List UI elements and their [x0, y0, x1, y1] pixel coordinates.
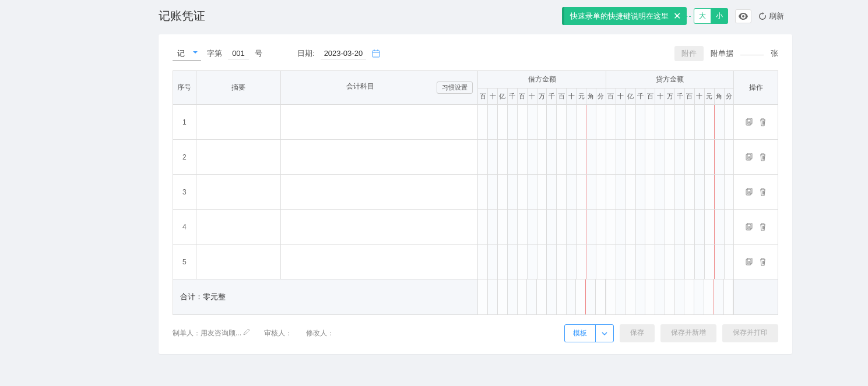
amount-cell[interactable] [537, 175, 547, 210]
edit-maker-icon[interactable] [243, 329, 250, 337]
amount-cell[interactable] [567, 245, 577, 279]
amount-cell[interactable] [488, 140, 498, 175]
amount-cell[interactable] [665, 210, 675, 245]
copy-icon[interactable] [745, 188, 753, 196]
summary-cell[interactable] [196, 175, 281, 210]
amount-cell[interactable] [635, 210, 645, 245]
amount-cell[interactable] [596, 140, 606, 175]
amount-cell[interactable] [704, 140, 714, 175]
amount-cell[interactable] [596, 245, 606, 279]
amount-cell[interactable] [488, 210, 498, 245]
delete-icon[interactable] [759, 223, 767, 231]
amount-cell[interactable] [704, 245, 714, 279]
summary-input[interactable] [196, 105, 281, 128]
amount-cell[interactable] [645, 210, 655, 245]
amount-cell[interactable] [684, 245, 694, 279]
date-input[interactable]: 2023-03-20 [321, 48, 367, 59]
amount-cell[interactable] [655, 105, 665, 140]
amount-cell[interactable] [704, 105, 714, 140]
amount-cell[interactable] [517, 105, 527, 140]
amount-cell[interactable] [478, 140, 488, 175]
amount-cell[interactable] [616, 210, 625, 245]
amount-cell[interactable] [665, 245, 675, 279]
size-large-button[interactable]: 大 [694, 8, 711, 24]
amount-cell[interactable] [567, 210, 577, 245]
amount-cell[interactable] [586, 175, 596, 210]
amount-cell[interactable] [547, 245, 557, 279]
amount-cell[interactable] [675, 105, 685, 140]
amount-cell[interactable] [596, 175, 606, 210]
amount-cell[interactable] [724, 105, 734, 140]
amount-cell[interactable] [507, 210, 517, 245]
amount-cell[interactable] [665, 140, 675, 175]
amount-cell[interactable] [586, 105, 596, 140]
amount-cell[interactable] [635, 105, 645, 140]
amount-cell[interactable] [507, 245, 517, 279]
amount-cell[interactable] [704, 210, 714, 245]
amount-cell[interactable] [527, 210, 537, 245]
amount-cell[interactable] [547, 175, 557, 210]
amount-cell[interactable] [694, 245, 704, 279]
summary-cell[interactable] [196, 210, 281, 245]
delete-icon[interactable] [759, 118, 767, 126]
amount-cell[interactable] [596, 210, 606, 245]
subject-cell[interactable] [281, 245, 478, 279]
amount-cell[interactable] [724, 210, 734, 245]
amount-cell[interactable] [684, 105, 694, 140]
preview-button[interactable] [735, 9, 751, 23]
amount-cell[interactable] [655, 245, 665, 279]
amount-cell[interactable] [517, 245, 527, 279]
amount-cell[interactable] [675, 175, 685, 210]
amount-cell[interactable] [488, 245, 498, 279]
amount-cell[interactable] [684, 210, 694, 245]
amount-cell[interactable] [694, 105, 704, 140]
amount-cell[interactable] [596, 105, 606, 140]
subject-cell[interactable] [281, 140, 478, 175]
attach-count-input[interactable] [740, 52, 764, 55]
subject-cell[interactable] [281, 210, 478, 245]
amount-cell[interactable] [655, 210, 665, 245]
delete-icon[interactable] [759, 258, 767, 266]
amount-cell[interactable] [478, 210, 488, 245]
amount-cell[interactable] [694, 210, 704, 245]
amount-cell[interactable] [498, 105, 508, 140]
amount-cell[interactable] [684, 175, 694, 210]
amount-cell[interactable] [478, 245, 488, 279]
amount-cell[interactable] [557, 105, 567, 140]
chevron-down-icon[interactable] [595, 325, 613, 342]
amount-cell[interactable] [625, 175, 635, 210]
amount-cell[interactable] [714, 105, 724, 140]
amount-cell[interactable] [675, 245, 685, 279]
amount-cell[interactable] [625, 140, 635, 175]
delete-icon[interactable] [759, 153, 767, 161]
amount-cell[interactable] [498, 140, 508, 175]
copy-icon[interactable] [745, 153, 753, 161]
summary-cell[interactable] [196, 140, 281, 175]
amount-cell[interactable] [724, 175, 734, 210]
amount-cell[interactable] [488, 175, 498, 210]
amount-cell[interactable] [547, 105, 557, 140]
voucher-type-select[interactable]: 记 [173, 47, 201, 61]
amount-cell[interactable] [527, 245, 537, 279]
amount-cell[interactable] [478, 105, 488, 140]
amount-cell[interactable] [616, 175, 625, 210]
refresh-button[interactable]: 刷新 [758, 11, 784, 22]
amount-cell[interactable] [655, 175, 665, 210]
amount-cell[interactable] [537, 245, 547, 279]
amount-cell[interactable] [665, 175, 675, 210]
amount-cell[interactable] [704, 175, 714, 210]
amount-cell[interactable] [684, 140, 694, 175]
amount-cell[interactable] [714, 140, 724, 175]
amount-cell[interactable] [675, 210, 685, 245]
amount-cell[interactable] [625, 210, 635, 245]
delete-icon[interactable] [759, 188, 767, 196]
amount-cell[interactable] [625, 105, 635, 140]
habit-settings-button[interactable]: 习惯设置 [437, 82, 473, 94]
copy-icon[interactable] [745, 258, 753, 266]
amount-cell[interactable] [547, 210, 557, 245]
amount-cell[interactable] [616, 245, 625, 279]
amount-cell[interactable] [577, 105, 586, 140]
amount-cell[interactable] [537, 105, 547, 140]
amount-cell[interactable] [694, 140, 704, 175]
amount-cell[interactable] [694, 175, 704, 210]
